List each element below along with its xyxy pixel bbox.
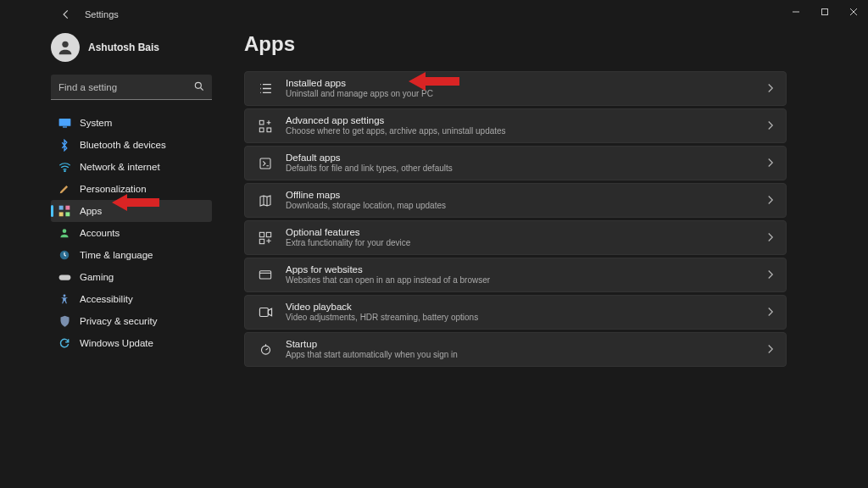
avatar	[51, 33, 80, 62]
card-text: Apps for websites Websites that can open…	[286, 264, 755, 286]
card-subtitle: Video adjustments, HDR streaming, batter…	[286, 313, 755, 323]
svg-rect-4	[63, 126, 67, 127]
titlebar: Settings	[0, 0, 868, 29]
nav-gaming[interactable]: Gaming	[51, 266, 212, 288]
svg-rect-3	[58, 119, 70, 126]
card-title: Startup	[286, 339, 755, 351]
video-icon	[257, 307, 274, 318]
nav-label: Privacy & security	[80, 316, 157, 326]
nav-label: Bluetooth & devices	[80, 140, 166, 150]
bluetooth-icon	[58, 138, 71, 152]
nav-label: Gaming	[80, 272, 114, 282]
card-text: Installed apps Uninstall and manage apps…	[286, 78, 755, 100]
svg-point-13	[64, 294, 66, 297]
card-text: Advanced app settings Choose where to ge…	[286, 115, 755, 137]
chevron-right-icon	[767, 342, 774, 358]
card-apps-for-websites[interactable]: Apps for websites Websites that can open…	[244, 258, 787, 292]
nav-bluetooth[interactable]: Bluetooth & devices	[51, 134, 212, 156]
card-offline-maps[interactable]: Offline maps Downloads, storage location…	[244, 183, 787, 218]
svg-rect-16	[267, 128, 271, 132]
svg-rect-7	[65, 206, 70, 210]
svg-point-2	[195, 82, 201, 88]
card-text: Offline maps Downloads, storage location…	[286, 190, 755, 212]
card-subtitle: Extra functionality for your device	[286, 238, 755, 248]
card-subtitle: Defaults for file and link types, other …	[286, 164, 755, 174]
nav-label: Accessibility	[80, 294, 133, 304]
nav-label: Apps	[80, 206, 102, 216]
svg-rect-8	[59, 212, 64, 216]
card-subtitle: Apps that start automatically when you s…	[286, 350, 755, 360]
nav-accessibility[interactable]: Accessibility	[51, 288, 212, 310]
card-title: Video playback	[286, 302, 755, 313]
card-advanced-app-settings[interactable]: Advanced app settings Choose where to ge…	[244, 108, 787, 143]
back-button[interactable]	[54, 3, 78, 26]
svg-rect-15	[259, 128, 264, 132]
nav-time[interactable]: Time & language	[51, 244, 212, 266]
window-controls	[782, 0, 868, 24]
apps-icon	[58, 204, 71, 218]
accessibility-icon	[58, 292, 71, 306]
update-icon	[58, 336, 71, 350]
card-optional-features[interactable]: Optional features Extra functionality fo…	[244, 220, 787, 255]
chevron-right-icon	[767, 268, 774, 283]
nav-network[interactable]: Network & internet	[51, 156, 212, 178]
card-subtitle: Uninstall and manage apps on your PC	[286, 89, 755, 99]
chevron-right-icon	[767, 193, 774, 208]
cards-list: Installed apps Uninstall and manage apps…	[244, 71, 787, 367]
window-title: Settings	[85, 9, 119, 19]
card-title: Default apps	[286, 152, 755, 164]
search-box[interactable]	[51, 75, 212, 100]
accounts-icon	[58, 226, 71, 240]
list-icon	[257, 82, 274, 95]
nav-label: System	[80, 118, 112, 128]
svg-point-1	[62, 42, 68, 47]
nav-update[interactable]: Windows Update	[51, 332, 212, 354]
card-text: Video playback Video adjustments, HDR st…	[286, 302, 755, 324]
card-video-playback[interactable]: Video playback Video adjustments, HDR st…	[244, 295, 787, 330]
card-subtitle: Downloads, storage location, map updates	[286, 201, 755, 211]
svg-rect-0	[822, 9, 828, 15]
nav-system[interactable]: System	[51, 112, 212, 134]
paintbrush-icon	[58, 182, 71, 196]
website-icon	[257, 269, 274, 282]
close-button[interactable]	[839, 0, 868, 24]
nav: System Bluetooth & devices Network & int…	[51, 112, 212, 354]
wifi-icon	[58, 160, 71, 174]
card-title: Offline maps	[286, 190, 755, 202]
card-subtitle: Choose where to get apps, archive apps, …	[286, 126, 755, 136]
search-input[interactable]	[58, 82, 186, 92]
profile[interactable]: Ashutosh Bais	[51, 29, 212, 66]
card-startup[interactable]: Startup Apps that start automatically wh…	[244, 332, 787, 367]
svg-rect-14	[259, 120, 264, 125]
svg-point-5	[64, 170, 64, 171]
nav-label: Accounts	[80, 228, 120, 238]
main: Apps Installed apps Uninstall and manage…	[244, 29, 787, 488]
nav-personalization[interactable]: Personalization	[51, 178, 212, 200]
nav-apps[interactable]: Apps	[51, 200, 212, 222]
search-icon	[193, 80, 205, 96]
svg-point-10	[63, 229, 67, 233]
nav-privacy[interactable]: Privacy & security	[51, 310, 212, 332]
nav-label: Time & language	[80, 250, 153, 260]
nav-label: Personalization	[80, 184, 147, 194]
maximize-button[interactable]	[810, 0, 839, 24]
card-default-apps[interactable]: Default apps Defaults for file and link …	[244, 146, 787, 180]
card-title: Advanced app settings	[286, 115, 755, 127]
shield-icon	[58, 314, 71, 328]
svg-rect-12	[58, 274, 70, 280]
svg-rect-18	[259, 232, 264, 236]
minimize-button[interactable]	[782, 0, 810, 24]
svg-rect-21	[259, 270, 270, 278]
card-text: Optional features Extra functionality fo…	[286, 227, 755, 249]
card-title: Optional features	[286, 227, 755, 239]
card-installed-apps[interactable]: Installed apps Uninstall and manage apps…	[244, 71, 787, 106]
user-name: Ashutosh Bais	[88, 42, 159, 53]
card-text: Default apps Defaults for file and link …	[286, 152, 755, 175]
nav-label: Windows Update	[80, 338, 153, 348]
chevron-right-icon	[767, 119, 774, 134]
system-icon	[58, 116, 71, 130]
svg-rect-19	[266, 232, 270, 236]
default-apps-icon	[257, 157, 274, 170]
nav-label: Network & internet	[80, 162, 160, 172]
nav-accounts[interactable]: Accounts	[51, 222, 212, 244]
